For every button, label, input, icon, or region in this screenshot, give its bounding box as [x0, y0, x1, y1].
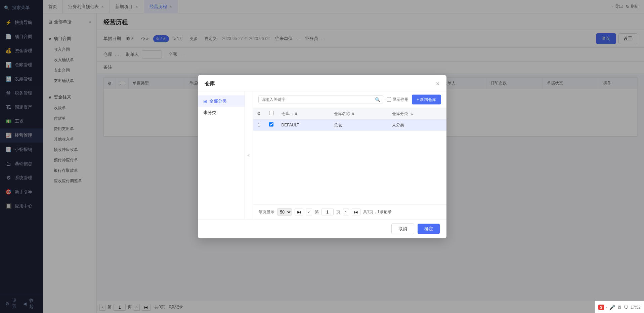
- cancel-button[interactable]: 取消: [391, 223, 414, 234]
- dialog-cat-uncategorized-label: 未分类: [203, 109, 216, 115]
- tray-dot-icon: ·: [606, 305, 607, 310]
- row-select-checkbox[interactable]: [269, 122, 273, 127]
- dialog-cat-all-label: 全部分类: [209, 98, 227, 104]
- dialog-search-input[interactable]: [261, 96, 374, 103]
- dialog-close-button[interactable]: ×: [436, 81, 440, 87]
- col-settings-icon: ⚙: [253, 108, 265, 119]
- dialog-toolbar: 🔍 显示停用 + 新增仓库: [253, 91, 446, 108]
- dialog-category-sidebar: ⊞ 全部分类 未分类: [198, 91, 245, 219]
- dialog-header: 仓库 ×: [198, 75, 446, 91]
- collapse-left-icon: «: [247, 153, 250, 158]
- tray-shield-icon: 🛡: [624, 305, 629, 310]
- dialog-page-label: 第: [315, 209, 319, 215]
- dialog-title: 仓库: [205, 80, 215, 87]
- row-name-cell: 总仓: [330, 119, 388, 131]
- sort-icon-name: ⇅: [352, 112, 354, 115]
- dialog-last-btn[interactable]: ⏭: [352, 208, 360, 215]
- dialog-search-icon: 🔍: [375, 97, 380, 102]
- dialog-table-wrap: ⚙ 仓库... ⇅ 仓库名称 ⇅: [253, 108, 446, 204]
- tray-mic-icon: 🎤: [609, 305, 615, 310]
- dialog-search-wrap: 🔍: [258, 95, 384, 104]
- dialog-sidebar-collapse-btn[interactable]: «: [245, 91, 253, 219]
- dialog-per-page-select[interactable]: 50: [277, 208, 292, 216]
- dialog-pager: 每页显示 50 ⏮ ‹ 第 页 › ⏭ 共1页，1条记录: [253, 204, 446, 219]
- show-disabled-checkbox[interactable]: [387, 97, 391, 102]
- confirm-button[interactable]: 确定: [418, 224, 440, 234]
- col-warehouse-category[interactable]: 仓库分类 ⇅: [388, 108, 446, 119]
- dialog-table-header: ⚙ 仓库... ⇅ 仓库名称 ⇅: [253, 108, 446, 119]
- system-tray: S · 🎤 🖥 🛡 17:52: [595, 301, 644, 313]
- warehouse-dialog: 仓库 × ⊞ 全部分类 未分类 «: [198, 75, 446, 238]
- dialog-body: ⊞ 全部分类 未分类 « 🔍 显示停用: [198, 91, 446, 219]
- dialog-cat-uncategorized[interactable]: 未分类: [198, 107, 245, 118]
- tray-screen-icon: 🖥: [617, 305, 622, 310]
- show-disabled-label[interactable]: 显示停用: [387, 96, 409, 102]
- tray-s-icon: S: [598, 305, 604, 310]
- dialog-first-btn[interactable]: ⏮: [295, 208, 303, 215]
- dialog-left-panel: ⊞ 全部分类 未分类 «: [198, 91, 253, 219]
- col-warehouse-name[interactable]: 仓库名称 ⇅: [330, 108, 388, 119]
- dialog-per-page-label: 每页显示: [258, 209, 274, 215]
- dialog-next-btn[interactable]: ›: [343, 208, 349, 215]
- dialog-page-suffix: 页: [336, 209, 340, 215]
- sort-icon-code: ⇅: [295, 112, 297, 115]
- sort-icon-cat: ⇅: [410, 112, 413, 115]
- row-category-cell: 未分类: [388, 119, 446, 131]
- dialog-select-all[interactable]: [269, 111, 273, 115]
- settings-gear-icon: ⚙: [257, 111, 261, 116]
- col-select-all: [265, 108, 277, 119]
- dialog-right-content: 🔍 显示停用 + 新增仓库 ⚙: [253, 91, 446, 219]
- dialog-page-input[interactable]: [321, 208, 334, 215]
- grid-icon: ⊞: [203, 98, 207, 104]
- dialog-warehouse-table: ⚙ 仓库... ⇅ 仓库名称 ⇅: [253, 108, 446, 131]
- col-warehouse-code[interactable]: 仓库... ⇅: [277, 108, 330, 119]
- row-code-cell: DEFAULT: [277, 119, 330, 131]
- row-checkbox-cell: [265, 119, 277, 131]
- dialog-table-row[interactable]: 1 DEFAULT 总仓 未分类: [253, 119, 446, 131]
- row-settings-cell: 1: [253, 119, 265, 131]
- dialog-total-label: 共1页，1条记录: [363, 209, 392, 215]
- dialog-cat-all[interactable]: ⊞ 全部分类: [198, 95, 245, 107]
- dialog-prev-btn[interactable]: ‹: [306, 208, 312, 215]
- dialog-footer: 取消 确定: [198, 219, 446, 238]
- add-warehouse-button[interactable]: + 新增仓库: [412, 94, 441, 104]
- tray-time: 17:52: [631, 305, 641, 310]
